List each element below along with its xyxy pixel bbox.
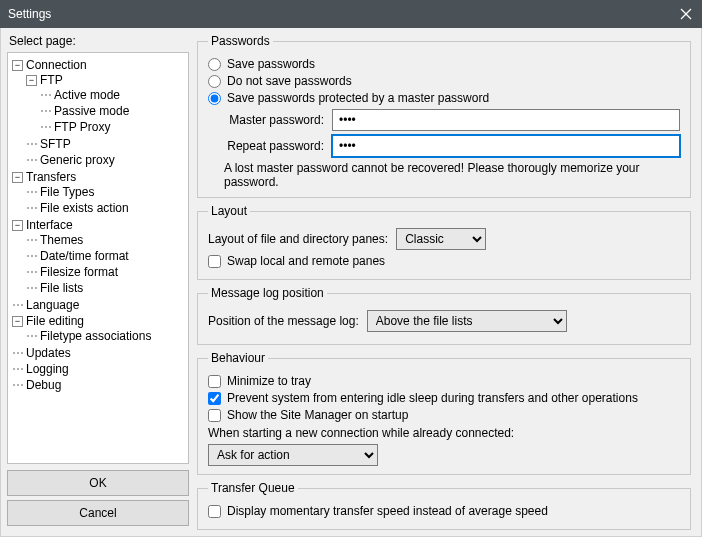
button-row: OK Cancel [7,470,189,530]
window-title: Settings [8,7,678,21]
radio-save-passwords[interactable] [208,58,221,71]
tree-generic-proxy[interactable]: Generic proxy [40,153,115,167]
master-password-label: Master password: [224,113,324,127]
transferqueue-group: Transfer Queue Display momentary transfe… [197,481,691,530]
show-sitemanager-checkbox[interactable] [208,409,221,422]
expander-icon[interactable]: − [12,60,23,71]
close-button[interactable] [678,6,694,22]
tree-ftp-proxy[interactable]: FTP Proxy [54,120,110,134]
radio-donot-save[interactable] [208,75,221,88]
master-password-input[interactable] [332,109,680,131]
tree-logging[interactable]: Logging [26,362,69,376]
tree-file-editing[interactable]: File editing [26,314,84,328]
messagelog-label: Position of the message log: [208,314,359,328]
cancel-button[interactable]: Cancel [7,500,189,526]
check-label: Minimize to tray [227,374,311,388]
expander-icon[interactable]: − [26,75,37,86]
tree-file-types[interactable]: File Types [40,185,94,199]
check-label: Show the Site Manager on startup [227,408,408,422]
behaviour-group: Behaviour Minimize to tray Prevent syste… [197,351,691,475]
ok-button[interactable]: OK [7,470,189,496]
messagelog-group: Message log position Position of the mes… [197,286,691,345]
repeat-password-label: Repeat password: [224,139,324,153]
check-label: Swap local and remote panes [227,254,385,268]
momentary-speed-checkbox[interactable] [208,505,221,518]
tree-active-mode[interactable]: Active mode [54,88,120,102]
panes-layout-select[interactable]: Classic [396,228,486,250]
tree-datetime[interactable]: Date/time format [40,249,129,263]
behaviour-legend: Behaviour [208,351,268,365]
expander-icon[interactable]: − [12,172,23,183]
expander-icon[interactable]: − [12,316,23,327]
tree-filelists[interactable]: File lists [40,281,83,295]
tree-debug[interactable]: Debug [26,378,61,392]
radio-master-password[interactable] [208,92,221,105]
tree-language[interactable]: Language [26,298,79,312]
transferqueue-legend: Transfer Queue [208,481,298,495]
tree-updates[interactable]: Updates [26,346,71,360]
titlebar: Settings [0,0,702,28]
select-page-label: Select page: [7,34,189,48]
messagelog-select[interactable]: Above the file lists [367,310,567,332]
radio-label: Save passwords protected by a master pas… [227,91,489,105]
layout-legend: Layout [208,204,250,218]
radio-label: Do not save passwords [227,74,352,88]
layout-group: Layout Layout of file and directory pane… [197,204,691,280]
radio-label: Save passwords [227,57,315,71]
prevent-sleep-checkbox[interactable] [208,392,221,405]
check-label: Display momentary transfer speed instead… [227,504,548,518]
tree-interface[interactable]: Interface [26,218,73,232]
page-tree[interactable]: −Connection −FTP ⋯Active mode ⋯Passive m… [7,52,189,464]
tree-passive-mode[interactable]: Passive mode [54,104,129,118]
tree-transfers[interactable]: Transfers [26,170,76,184]
tree-connection[interactable]: Connection [26,58,87,72]
check-label: Prevent system from entering idle sleep … [227,391,638,405]
tree-filetype-assoc[interactable]: Filetype associations [40,329,151,343]
tree-sftp[interactable]: SFTP [40,137,71,151]
expander-icon[interactable]: − [12,220,23,231]
window-body: Select page: −Connection −FTP ⋯Active mo… [0,28,702,537]
password-warning: A lost master password cannot be recover… [224,161,680,189]
settings-content: Passwords Save passwords Do not save pas… [193,28,701,536]
left-panel: Select page: −Connection −FTP ⋯Active mo… [1,28,193,536]
messagelog-legend: Message log position [208,286,327,300]
swap-panes-checkbox[interactable] [208,255,221,268]
panes-layout-label: Layout of file and directory panes: [208,232,388,246]
connection-action-select[interactable]: Ask for action [208,444,378,466]
minimize-tray-checkbox[interactable] [208,375,221,388]
tree-themes[interactable]: Themes [40,233,83,247]
passwords-group: Passwords Save passwords Do not save pas… [197,34,691,198]
passwords-legend: Passwords [208,34,273,48]
tree-ftp[interactable]: FTP [40,73,63,87]
tree-file-exists[interactable]: File exists action [40,201,129,215]
tree-filesize[interactable]: Filesize format [40,265,118,279]
new-connection-label: When starting a new connection while alr… [208,426,680,440]
repeat-password-input[interactable] [332,135,680,157]
